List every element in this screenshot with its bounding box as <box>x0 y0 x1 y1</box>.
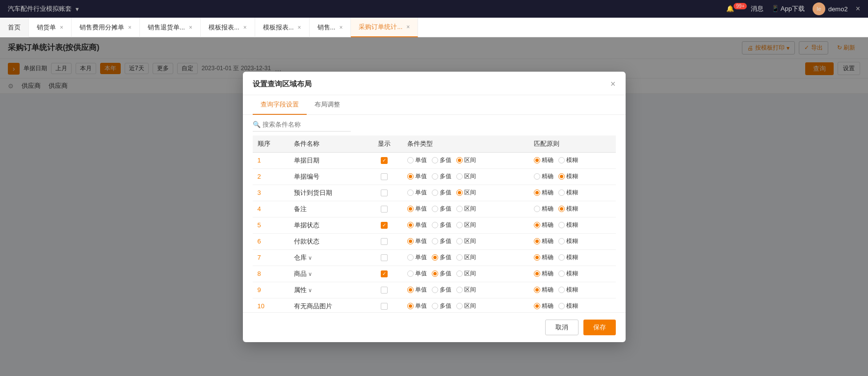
radio-type-type_range[interactable]: 区间 <box>456 188 476 197</box>
radio-circle <box>432 173 438 180</box>
messages-btn[interactable]: 🔔 99+ 消息 <box>726 4 763 13</box>
modal-tab-field-settings[interactable]: 查询字段设置 <box>253 95 307 115</box>
radio-match-match_exact[interactable]: 精确 <box>534 286 553 294</box>
radio-match-match_exact[interactable]: 精确 <box>534 253 553 262</box>
display-checkbox[interactable] <box>381 287 388 294</box>
radio-match-match_fuzzy[interactable]: 模糊 <box>558 205 578 213</box>
download-btn[interactable]: 📱 App下载 <box>771 4 805 13</box>
radio-type-type_range[interactable]: 区间 <box>456 205 476 213</box>
radio-type-type_range[interactable]: 区间 <box>456 221 476 229</box>
tab-extra3[interactable]: 销售... × <box>310 18 351 37</box>
radio-match-match_fuzzy[interactable]: 模糊 <box>558 302 578 310</box>
display-checkbox[interactable] <box>381 157 388 164</box>
radio-type-type_multi[interactable]: 多值 <box>432 221 451 229</box>
tab-extra1[interactable]: 模板报表... × <box>201 18 255 37</box>
radio-type-type_single[interactable]: 单值 <box>407 269 427 278</box>
table-row: 8商品 ∨单值多值区间精确模糊 <box>253 266 616 282</box>
radio-label: 模糊 <box>566 286 578 294</box>
save-btn[interactable]: 保存 <box>583 320 616 335</box>
dropdown-icon[interactable]: ▾ <box>76 5 79 13</box>
radio-type-type_single[interactable]: 单值 <box>407 253 427 262</box>
radio-type-type_multi[interactable]: 多值 <box>432 188 451 197</box>
tab-extra3-close[interactable]: × <box>339 24 342 31</box>
radio-type-type_single[interactable]: 单值 <box>407 188 427 197</box>
dropdown-arrow-icon[interactable]: ∨ <box>308 271 312 277</box>
tab-home[interactable]: 首页 <box>0 18 29 37</box>
radio-type-type_range[interactable]: 区间 <box>456 302 476 310</box>
radio-type-type_multi[interactable]: 多值 <box>432 269 451 278</box>
radio-type-type_single[interactable]: 单值 <box>407 302 427 310</box>
radio-match-match_fuzzy[interactable]: 模糊 <box>558 286 578 294</box>
radio-label: 多值 <box>440 156 451 164</box>
tab-extra2[interactable]: 模板报表... × <box>255 18 310 37</box>
modal-tab-layout-adjust[interactable]: 布局调整 <box>307 95 348 115</box>
radio-type-type_range[interactable]: 区间 <box>456 286 476 294</box>
radio-type-type_single[interactable]: 单值 <box>407 221 427 229</box>
radio-match-match_fuzzy[interactable]: 模糊 <box>558 221 578 229</box>
cancel-btn[interactable]: 取消 <box>545 320 579 335</box>
user-area[interactable]: Ie demo2 <box>813 2 848 15</box>
tab-sales-return[interactable]: 销售退货单... × <box>140 18 201 37</box>
radio-match-match_fuzzy[interactable]: 模糊 <box>558 237 578 245</box>
display-checkbox[interactable] <box>381 254 388 261</box>
radio-match-match_exact[interactable]: 精确 <box>534 221 553 229</box>
dropdown-arrow-icon[interactable]: ∨ <box>308 287 312 293</box>
top-close-btn[interactable]: × <box>856 4 860 13</box>
modal-title: 设置查询区域布局 <box>253 80 312 89</box>
radio-type-type_range[interactable]: 区间 <box>456 172 476 181</box>
tab-sales-expense-close[interactable]: × <box>128 24 132 31</box>
radio-type-type_multi[interactable]: 多值 <box>432 253 451 262</box>
radio-type-type_single[interactable]: 单值 <box>407 237 427 245</box>
radio-match-match_fuzzy[interactable]: 模糊 <box>558 269 578 278</box>
display-checkbox[interactable] <box>381 303 388 310</box>
display-checkbox[interactable] <box>381 189 388 196</box>
radio-match-match_exact[interactable]: 精确 <box>534 237 553 245</box>
radio-match-match_exact[interactable]: 精确 <box>534 188 553 197</box>
radio-match-match_exact[interactable]: 精确 <box>534 269 553 278</box>
radio-match-match_exact[interactable]: 精确 <box>534 205 553 213</box>
radio-type-type_multi[interactable]: 多值 <box>432 172 451 181</box>
tab-sales[interactable]: 销货单 × <box>29 18 72 37</box>
search-input[interactable] <box>263 121 341 128</box>
tab-sales-close[interactable]: × <box>60 24 63 31</box>
radio-type-type_single[interactable]: 单值 <box>407 205 427 213</box>
display-checkbox[interactable] <box>381 206 388 213</box>
radio-type-type_multi[interactable]: 多值 <box>432 302 451 310</box>
radio-label: 单值 <box>415 172 427 181</box>
cell-seq: 5 <box>253 217 289 233</box>
cell-match: 精确模糊 <box>529 185 616 201</box>
tab-sales-return-close[interactable]: × <box>189 24 192 31</box>
tab-extra1-close[interactable]: × <box>243 24 247 31</box>
display-checkbox[interactable] <box>381 270 388 277</box>
tab-sales-expense[interactable]: 销售费用分摊单 × <box>72 18 140 37</box>
radio-type-type_multi[interactable]: 多值 <box>432 237 451 245</box>
radio-match-match_fuzzy[interactable]: 模糊 <box>558 172 578 181</box>
radio-match-match_exact[interactable]: 精确 <box>534 156 553 164</box>
modal-close-btn[interactable]: × <box>610 80 616 88</box>
radio-type-type_range[interactable]: 区间 <box>456 269 476 278</box>
radio-type-type_range[interactable]: 区间 <box>456 237 476 245</box>
radio-type-type_single[interactable]: 单值 <box>407 286 427 294</box>
display-checkbox[interactable] <box>381 238 388 245</box>
display-checkbox[interactable] <box>381 173 388 180</box>
radio-label: 区间 <box>464 205 476 213</box>
radio-type-type_single[interactable]: 单值 <box>407 156 427 164</box>
radio-match-match_fuzzy[interactable]: 模糊 <box>558 253 578 262</box>
radio-match-match_fuzzy[interactable]: 模糊 <box>558 156 578 164</box>
radio-type-type_multi[interactable]: 多值 <box>432 205 451 213</box>
radio-type-type_multi[interactable]: 多值 <box>432 286 451 294</box>
tab-sales-return-label: 销售退货单... <box>148 23 185 32</box>
tab-purchase-stat-close[interactable]: × <box>406 24 410 30</box>
radio-type-type_multi[interactable]: 多值 <box>432 156 451 164</box>
radio-type-type_single[interactable]: 单值 <box>407 172 427 181</box>
dropdown-arrow-icon[interactable]: ∨ <box>308 255 312 261</box>
radio-match-match_exact[interactable]: 精确 <box>534 302 553 310</box>
radio-circle <box>534 303 540 309</box>
radio-match-match_fuzzy[interactable]: 模糊 <box>558 188 578 197</box>
display-checkbox[interactable] <box>381 222 388 229</box>
radio-match-match_exact[interactable]: 精确 <box>534 172 553 181</box>
radio-type-type_range[interactable]: 区间 <box>456 253 476 262</box>
tab-extra2-close[interactable]: × <box>298 24 301 31</box>
radio-type-type_range[interactable]: 区间 <box>456 156 476 164</box>
tab-purchase-stat[interactable]: 采购订单统计... × <box>351 18 418 37</box>
